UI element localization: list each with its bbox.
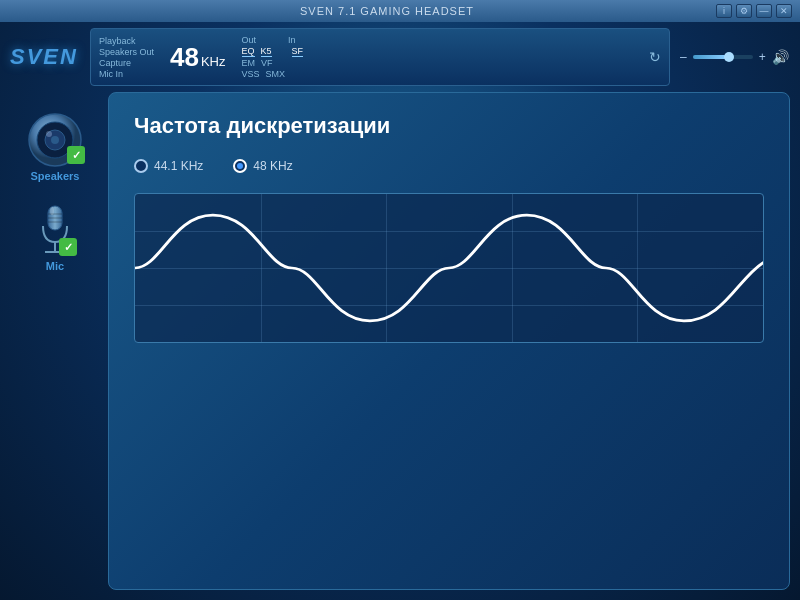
eq-tab[interactable]: EQ	[242, 46, 255, 57]
info-labels: Playback Speakers Out Capture Mic In	[99, 36, 154, 79]
title-bar: SVEN 7.1 GAMING HEADSET i ⚙ — ✕	[0, 0, 800, 22]
capture-label: Capture	[99, 58, 131, 68]
main-panel: Частота дискретизации 44.1 KHz 48 KHz	[108, 92, 790, 590]
mic-check-badge: ✓	[59, 238, 77, 256]
smx-tab[interactable]: SMX	[266, 69, 286, 79]
main-container: SVEN Playback Speakers Out Capture Mic I…	[0, 22, 800, 600]
k5-tab[interactable]: K5	[261, 46, 272, 57]
close-button[interactable]: ✕	[776, 4, 792, 18]
sf-tab[interactable]: SF	[292, 46, 304, 57]
mic-in-label: Mic In	[99, 69, 123, 79]
settings-button[interactable]: ⚙	[736, 4, 752, 18]
svg-point-3	[51, 136, 59, 144]
sample-rate-options: 44.1 KHz 48 KHz	[134, 159, 764, 173]
sven-logo: SVEN	[10, 44, 80, 70]
svg-point-11	[50, 207, 54, 215]
volume-slider[interactable]	[693, 55, 753, 59]
em-tab[interactable]: EM	[242, 58, 256, 68]
volume-control: – + 🔊	[680, 49, 790, 65]
sine-wave-path	[135, 215, 763, 321]
volume-increase-button[interactable]: +	[759, 50, 766, 64]
info-tabs: Out In EQ K5 SF EM VF VSS SMX	[242, 35, 304, 79]
frequency-unit: KHz	[201, 54, 226, 69]
radio-label-44khz: 44.1 KHz	[154, 159, 203, 173]
mic-label: Mic	[46, 260, 64, 272]
radio-label-48khz: 48 KHz	[253, 159, 292, 173]
waveform-display	[134, 193, 764, 343]
playback-label: Playback	[99, 36, 136, 46]
volume-decrease-button[interactable]: –	[680, 50, 687, 64]
vss-tab[interactable]: VSS	[242, 69, 260, 79]
content-area: ✓ Speakers	[0, 92, 800, 600]
in-label: In	[288, 35, 296, 45]
radio-option-48khz[interactable]: 48 KHz	[233, 159, 292, 173]
speaker-volume-icon: 🔊	[772, 49, 789, 65]
info-refresh-icon[interactable]: ↻	[649, 49, 661, 65]
waveform-svg	[135, 194, 763, 342]
info-panel: Playback Speakers Out Capture Mic In 48 …	[90, 28, 670, 86]
radio-dot-48khz	[237, 163, 243, 169]
panel-title: Частота дискретизации	[134, 113, 764, 139]
radio-option-44khz[interactable]: 44.1 KHz	[134, 159, 203, 173]
radio-circle-44khz[interactable]	[134, 159, 148, 173]
radio-circle-48khz[interactable]	[233, 159, 247, 173]
frequency-display: 48 KHz	[170, 44, 225, 70]
speakers-out-label: Speakers Out	[99, 47, 154, 57]
speakers-label: Speakers	[31, 170, 80, 182]
info-button[interactable]: i	[716, 4, 732, 18]
sidebar-item-speakers[interactable]: ✓ Speakers	[27, 112, 83, 182]
svg-point-4	[46, 131, 52, 137]
top-bar: SVEN Playback Speakers Out Capture Mic I…	[0, 22, 800, 92]
vf-tab[interactable]: VF	[261, 58, 273, 68]
speakers-check-badge: ✓	[67, 146, 85, 164]
window-controls: i ⚙ — ✕	[716, 4, 792, 18]
sidebar: ✓ Speakers	[10, 92, 100, 590]
frequency-number: 48	[170, 44, 199, 70]
sidebar-item-mic[interactable]: ✓ Mic	[35, 202, 75, 272]
out-label: Out	[242, 35, 257, 45]
volume-fill	[693, 55, 726, 59]
volume-thumb[interactable]	[724, 52, 734, 62]
minimize-button[interactable]: —	[756, 4, 772, 18]
window-title: SVEN 7.1 GAMING HEADSET	[58, 5, 716, 17]
